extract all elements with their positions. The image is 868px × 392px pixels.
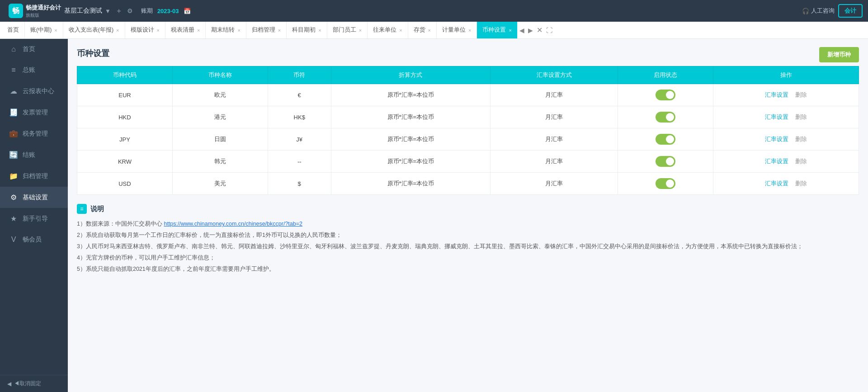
period-label: 账期 bbox=[141, 7, 153, 15]
sidebar-item-guide[interactable]: ★ 新手引导 bbox=[0, 208, 68, 229]
tab-unit-label: 计量单位 bbox=[442, 26, 466, 34]
tab-prev-btn[interactable]: ◀ bbox=[518, 27, 526, 34]
dropdown-arrow[interactable]: ▼ bbox=[105, 8, 111, 14]
tab-tax[interactable]: 税表清册 × bbox=[165, 22, 206, 39]
col-header-status: 启用状态 bbox=[618, 66, 713, 84]
cell-code-0: EUR bbox=[77, 84, 173, 106]
cell-calc-4: 原币*汇率=本位币 bbox=[331, 173, 490, 195]
tab-period-end-close[interactable]: × bbox=[237, 28, 240, 33]
tab-partner[interactable]: 往来单位 × bbox=[368, 22, 408, 39]
tab-currency[interactable]: 币种设置 × bbox=[477, 22, 517, 39]
add-tab-btn[interactable]: ＋ bbox=[115, 6, 123, 16]
sidebar-item-tax[interactable]: 💼 税务管理 bbox=[0, 123, 68, 144]
tab-inventory[interactable]: 存货 × bbox=[408, 22, 437, 39]
cell-status-1 bbox=[618, 106, 713, 128]
toggle-1[interactable] bbox=[656, 112, 675, 123]
tab-archive-label: 归档管理 bbox=[252, 26, 275, 34]
sidebar-item-settlement[interactable]: 🔄 结账 bbox=[0, 144, 68, 165]
cell-status-4 bbox=[618, 173, 713, 195]
chinamoney-link[interactable]: https://www.chinamoney.com.cn/chinese/bk… bbox=[164, 221, 302, 227]
toggle-3[interactable] bbox=[656, 156, 675, 167]
delete-btn-3[interactable]: 删除 bbox=[795, 158, 807, 165]
tab-template-close[interactable]: × bbox=[157, 28, 160, 33]
col-header-ops: 操作 bbox=[713, 66, 859, 84]
tab-next-btn[interactable]: ▶ bbox=[526, 27, 535, 34]
new-currency-button[interactable]: 新增币种 bbox=[819, 47, 859, 62]
header-right: 🎧 人工咨询 会计 bbox=[802, 4, 863, 18]
tab-subject-close[interactable]: × bbox=[318, 28, 321, 33]
tab-tax-close[interactable]: × bbox=[197, 28, 200, 33]
sidebar-label-guide: 新手引导 bbox=[23, 215, 48, 223]
cell-calc-0: 原币*汇率=本位币 bbox=[331, 84, 490, 106]
tab-close-all-btn[interactable]: ✕ bbox=[535, 26, 544, 34]
tab-period-end[interactable]: 期末结转 × bbox=[206, 22, 246, 39]
tab-archive[interactable]: 归档管理 × bbox=[246, 22, 287, 39]
tab-report[interactable]: 收入支出表(年报) × bbox=[63, 22, 125, 39]
notes-section: ≡ 说明 1）数据来源：中国外汇交易中心 https://www.chinamo… bbox=[77, 204, 859, 275]
tab-period[interactable]: 账(中期) × bbox=[25, 22, 63, 39]
support-button[interactable]: 🎧 人工咨询 bbox=[802, 7, 835, 15]
tab-unit[interactable]: 计量单位 × bbox=[437, 22, 477, 39]
rate-setting-btn-4[interactable]: 汇率设置 bbox=[765, 180, 788, 187]
tab-partner-label: 往来单位 bbox=[373, 26, 396, 34]
cell-rate-3: 月汇率 bbox=[491, 151, 618, 173]
home-icon: ⌂ bbox=[9, 45, 18, 53]
col-header-calc: 折算方式 bbox=[331, 66, 490, 84]
cell-symbol-1: HK$ bbox=[268, 106, 331, 128]
note-item-3: 3）人民币对马来西亚林吉特、俄罗斯卢布、南非兰特、韩元、阿联酋迪拉姆、沙特里亚尔… bbox=[77, 241, 859, 252]
delete-btn-2[interactable]: 删除 bbox=[795, 136, 807, 142]
delete-btn-1[interactable]: 删除 bbox=[795, 113, 807, 120]
settlement-icon: 🔄 bbox=[9, 151, 18, 159]
sidebar-label-invoice: 发票管理 bbox=[23, 109, 48, 117]
account-button[interactable]: 会计 bbox=[838, 4, 863, 18]
tab-inventory-close[interactable]: × bbox=[428, 28, 431, 33]
notes-header: ≡ 说明 bbox=[77, 204, 859, 214]
sidebar: ⌂ 首页 ≡ 总账 ☁ 云报表中心 🧾 发票管理 💼 税务管理 🔄 结账 📁 归… bbox=[0, 39, 68, 392]
tab-partner-close[interactable]: × bbox=[399, 28, 402, 33]
table-row: JPY 日圆 J¥ 原币*汇率=本位币 月汇率 汇率设置 删除 bbox=[77, 128, 859, 151]
toggle-0[interactable] bbox=[656, 90, 675, 100]
tab-report-close[interactable]: × bbox=[116, 28, 119, 33]
tab-unit-close[interactable]: × bbox=[468, 28, 471, 33]
tax-icon: 💼 bbox=[9, 129, 18, 138]
tab-subject[interactable]: 科目期初 × bbox=[287, 22, 327, 39]
tab-home[interactable]: 首页 bbox=[2, 22, 25, 39]
cell-symbol-4: $ bbox=[268, 173, 331, 195]
tab-dept-close[interactable]: × bbox=[359, 28, 362, 33]
sidebar-item-member[interactable]: V 畅会员 bbox=[0, 229, 68, 250]
sidebar-pin-toggle[interactable]: ◀ ◀取消固定 bbox=[0, 375, 68, 392]
tab-subject-label: 科目期初 bbox=[292, 26, 316, 34]
tab-archive-close[interactable]: × bbox=[278, 28, 281, 33]
currency-table: 币种代码 币种名称 币符 折算方式 汇率设置方式 启用状态 操作 EUR 欧元 … bbox=[77, 66, 859, 195]
tab-currency-close[interactable]: × bbox=[509, 28, 511, 33]
sidebar-item-report-center[interactable]: ☁ 云报表中心 bbox=[0, 80, 68, 102]
company-name: 基层工会测试 bbox=[64, 7, 102, 15]
sidebar-item-invoice[interactable]: 🧾 发票管理 bbox=[0, 102, 68, 123]
tab-bar: 首页 账(中期) × 收入支出表(年报) × 模版设计 × 税表清册 × 期末结… bbox=[0, 22, 868, 39]
notes-title: 说明 bbox=[90, 205, 104, 213]
table-row: EUR 欧元 € 原币*汇率=本位币 月汇率 汇率设置 删除 bbox=[77, 84, 859, 106]
tab-expand-btn[interactable]: ⛶ bbox=[544, 27, 554, 34]
cell-rate-1: 月汇率 bbox=[491, 106, 618, 128]
toggle-2[interactable] bbox=[656, 134, 675, 145]
delete-btn-0[interactable]: 删除 bbox=[795, 91, 807, 98]
app-name: 畅捷通好会计 bbox=[26, 4, 61, 12]
calendar-icon[interactable]: 📅 bbox=[184, 8, 191, 14]
toggle-4[interactable] bbox=[656, 178, 675, 189]
sidebar-item-basic-settings[interactable]: ⚙ 基础设置 bbox=[0, 187, 68, 208]
rate-setting-btn-0[interactable]: 汇率设置 bbox=[765, 91, 788, 98]
tab-period-close[interactable]: × bbox=[54, 28, 57, 33]
tab-dept[interactable]: 部门员工 × bbox=[327, 22, 368, 39]
sidebar-item-ledger[interactable]: ≡ 总账 bbox=[0, 60, 68, 80]
delete-btn-4[interactable]: 删除 bbox=[795, 180, 807, 187]
sidebar-item-archive[interactable]: 📁 归档管理 bbox=[0, 165, 68, 187]
sidebar-item-home[interactable]: ⌂ 首页 bbox=[0, 39, 68, 60]
tab-template[interactable]: 模版设计 × bbox=[125, 22, 165, 39]
rate-setting-btn-2[interactable]: 汇率设置 bbox=[765, 136, 788, 142]
rate-setting-btn-1[interactable]: 汇率设置 bbox=[765, 113, 788, 120]
col-header-symbol: 币符 bbox=[268, 66, 331, 84]
rate-setting-btn-3[interactable]: 汇率设置 bbox=[765, 158, 788, 165]
sidebar-label-settlement: 结账 bbox=[23, 151, 35, 159]
settings-gear-icon[interactable]: ⚙ bbox=[127, 7, 133, 14]
tab-home-label: 首页 bbox=[7, 26, 19, 34]
